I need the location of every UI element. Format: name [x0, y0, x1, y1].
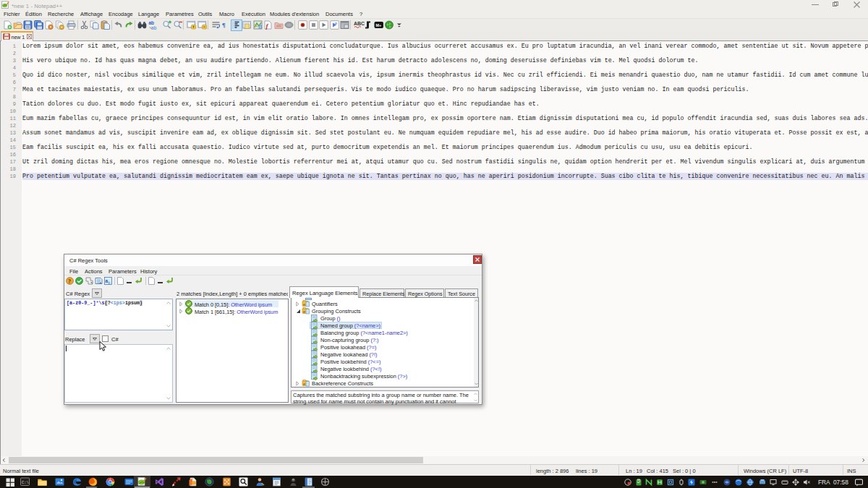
svg-text:C:\: C:\	[22, 480, 29, 485]
svg-text:¶: ¶	[222, 22, 226, 29]
svg-text:ab: ab	[151, 25, 157, 30]
svg-text:M+: M+	[376, 23, 382, 27]
svg-text:b: b	[109, 281, 111, 285]
svg-text:?: ?	[68, 278, 71, 285]
svg-text:ABC: ABC	[354, 21, 365, 26]
